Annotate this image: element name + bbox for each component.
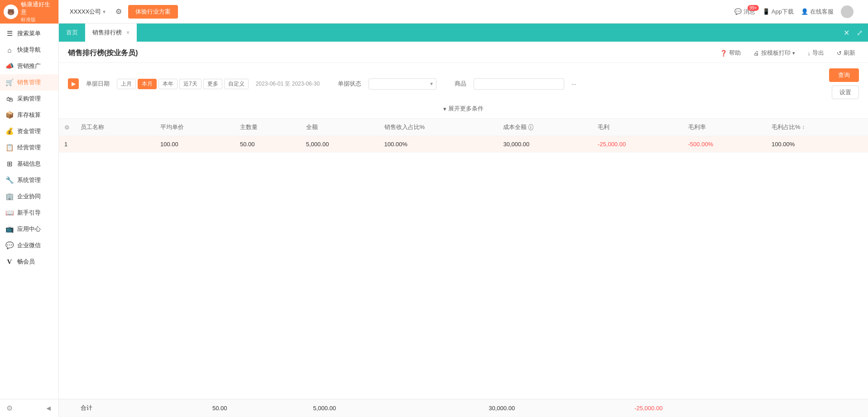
topbar-settings-icon[interactable]: ⚙ bbox=[114, 5, 124, 18]
cost-info-icon[interactable]: i bbox=[528, 124, 533, 130]
table-settings-icon[interactable]: ⚙ bbox=[64, 124, 70, 131]
tab-sales-label: 销售排行榜 bbox=[92, 29, 122, 37]
sidebar-item-label: 采购管理 bbox=[17, 95, 41, 103]
sidebar-item-purchase[interactable]: 🛍 采购管理 bbox=[0, 91, 58, 107]
export-icon: ↓ bbox=[808, 50, 811, 57]
trial-button[interactable]: 体验行业方案 bbox=[128, 5, 178, 19]
sidebar-item-label: 销售管理 bbox=[17, 78, 41, 86]
footer-avg-price bbox=[164, 399, 207, 417]
sidebar-item-quick-nav[interactable]: ⌂ 快捷导航 bbox=[0, 42, 58, 58]
sidebar-item-label: 应用中心 bbox=[17, 225, 41, 233]
sidebar: 🐻 畅康通好生意 标准版 ☰ 搜索菜单 ⌂ 快捷导航 📣 营销推广 🛒 销售管理… bbox=[0, 0, 59, 417]
sidebar-item-label: 资金管理 bbox=[17, 127, 41, 135]
sidebar-item-app-center[interactable]: 📺 应用中心 bbox=[0, 221, 58, 237]
sidebar-item-guide[interactable]: 📖 新手引导 bbox=[0, 205, 58, 221]
td-cost: 30,000.00 bbox=[498, 136, 592, 153]
tab-expand-icon[interactable]: ⤢ bbox=[855, 27, 864, 39]
main-area: XXXXX公司 ▾ ⚙ 体验行业方案 💬 消息 99+ 📱 App下载 👤 在线… bbox=[59, 0, 868, 417]
wechat-icon: 💬 bbox=[5, 241, 14, 249]
date-btn-this-year[interactable]: 本年 bbox=[158, 79, 177, 89]
expand-more-row: ▾ 展开更多条件 bbox=[68, 103, 859, 115]
date-btn-more[interactable]: 更多 bbox=[203, 79, 222, 89]
guide-icon: 📖 bbox=[5, 209, 14, 217]
date-btn-custom[interactable]: 自定义 bbox=[224, 79, 249, 89]
goods-more[interactable]: ··· bbox=[571, 81, 576, 87]
profit-sort-icon[interactable]: ↕ bbox=[802, 124, 805, 130]
td-rank: 1 bbox=[59, 136, 75, 153]
sidebar-item-operation[interactable]: 📋 经营管理 bbox=[0, 139, 58, 156]
expand-more-button[interactable]: ▾ 展开更多条件 bbox=[443, 105, 484, 113]
th-cost: 成本全额 i bbox=[498, 119, 592, 136]
message-button[interactable]: 💬 消息 99+ bbox=[734, 8, 755, 16]
online-service-button[interactable]: 👤 在线客服 bbox=[801, 8, 834, 16]
service-icon: 👤 bbox=[801, 8, 808, 15]
page-title: 销售排行榜(按业务员) bbox=[68, 48, 138, 58]
footer-cost: 30,000.00 bbox=[483, 399, 629, 417]
refresh-button[interactable]: ↺ 刷新 bbox=[833, 47, 859, 59]
th-avg-price: 平均单价 bbox=[155, 119, 235, 136]
sidebar-item-label: 新手引导 bbox=[17, 209, 41, 217]
sidebar-item-marketing[interactable]: 📣 营销推广 bbox=[0, 58, 58, 74]
sidebar-item-search-order[interactable]: ☰ 搜索菜单 bbox=[0, 25, 58, 42]
status-label: 单据状态 bbox=[338, 80, 361, 88]
tab-close-icon[interactable]: × bbox=[126, 29, 129, 36]
sidebar-item-basic-info[interactable]: ⊞ 基础信息 bbox=[0, 156, 58, 172]
sidebar-item-label: 系统管理 bbox=[17, 176, 41, 184]
help-button[interactable]: ❓ 帮助 bbox=[716, 47, 744, 59]
status-select-wrap bbox=[369, 78, 436, 90]
sidebar-nav: ☰ 搜索菜单 ⌂ 快捷导航 📣 营销推广 🛒 销售管理 🛍 采购管理 📦 库存核… bbox=[0, 24, 58, 399]
sidebar-settings-icon[interactable]: ⚙ bbox=[6, 404, 13, 412]
goods-input[interactable] bbox=[474, 78, 564, 90]
th-profit-pct: 毛利占比% ↕ bbox=[766, 119, 868, 136]
filter-expand-arrow[interactable]: ▶ bbox=[68, 78, 79, 89]
sidebar-item-wechat[interactable]: 💬 企业微信 bbox=[0, 237, 58, 254]
avatar[interactable] bbox=[841, 5, 854, 18]
print-template-button[interactable]: 🖨 按模板打印 ▾ bbox=[750, 47, 799, 59]
tab-sales-ranking[interactable]: 销售排行榜 × bbox=[85, 24, 137, 42]
settings-button[interactable]: 设置 bbox=[832, 86, 859, 99]
tab-close-all-icon[interactable]: ✕ bbox=[842, 27, 851, 39]
message-badge: 99+ bbox=[748, 5, 759, 11]
company-selector[interactable]: XXXXX公司 ▾ bbox=[66, 6, 109, 18]
th-main-qty: 主数量 bbox=[235, 119, 301, 136]
td-avg-price: 100.00 bbox=[155, 136, 235, 153]
system-icon: 🔧 bbox=[5, 176, 14, 184]
app-download-button[interactable]: 📱 App下载 bbox=[762, 8, 794, 16]
sidebar-item-label: 经营管理 bbox=[17, 144, 41, 152]
date-btn-7days[interactable]: 近7天 bbox=[179, 79, 201, 89]
query-button[interactable]: 查询 bbox=[829, 68, 859, 82]
message-icon: 💬 bbox=[734, 8, 742, 15]
sidebar-item-sales[interactable]: 🛒 销售管理 bbox=[0, 74, 58, 91]
tab-home-label: 首页 bbox=[66, 29, 78, 37]
status-select[interactable] bbox=[369, 78, 436, 90]
enterprise-icon: 🏢 bbox=[5, 192, 14, 201]
td-profit-pct: 100.00% bbox=[766, 136, 868, 153]
filter-row-1: ▶ 单据日期 上月 本月 本年 近7天 更多 自定义 2023-06-01 至 … bbox=[68, 68, 859, 99]
print-dropdown-icon: ▾ bbox=[792, 50, 795, 56]
date-buttons: 上月 本月 本年 近7天 更多 自定义 bbox=[117, 79, 249, 89]
print-icon: 🖨 bbox=[753, 50, 759, 57]
th-amount: 全额 bbox=[301, 119, 379, 136]
service-label: 在线客服 bbox=[810, 8, 834, 16]
sidebar-logo: 🐻 畅康通好生意 标准版 bbox=[0, 0, 58, 24]
sidebar-item-inventory[interactable]: 📦 库存核算 bbox=[0, 107, 58, 123]
sidebar-item-member[interactable]: V 畅会员 bbox=[0, 254, 58, 270]
logo-text: 畅康通好生意 标准版 bbox=[21, 1, 55, 23]
sidebar-collapse-icon[interactable]: ◄ bbox=[45, 404, 52, 412]
th-settings: ⚙ bbox=[59, 119, 75, 136]
sidebar-item-system[interactable]: 🔧 系统管理 bbox=[0, 172, 58, 188]
export-button[interactable]: ↓ 导出 bbox=[804, 47, 828, 59]
expand-label: 展开更多条件 bbox=[448, 105, 484, 113]
date-btn-this-month[interactable]: 本月 bbox=[138, 79, 157, 89]
td-profit: -25,000.00 bbox=[592, 136, 683, 153]
member-icon: V bbox=[5, 258, 14, 266]
date-btn-last-month[interactable]: 上月 bbox=[117, 79, 136, 89]
company-name: XXXXX公司 bbox=[70, 8, 101, 16]
tab-home[interactable]: 首页 bbox=[59, 24, 85, 42]
table-row: 1 100.00 50.00 5,000.00 100.00% 30,000.0… bbox=[59, 136, 868, 153]
app-center-icon: 📺 bbox=[5, 225, 14, 233]
sidebar-item-enterprise[interactable]: 🏢 企业协同 bbox=[0, 188, 58, 205]
sidebar-item-finance[interactable]: 💰 资金管理 bbox=[0, 123, 58, 139]
footer-sales-pct bbox=[441, 399, 483, 417]
content-area: 销售排行榜(按业务员) ❓ 帮助 🖨 按模板打印 ▾ ↓ 导出 bbox=[59, 42, 868, 417]
